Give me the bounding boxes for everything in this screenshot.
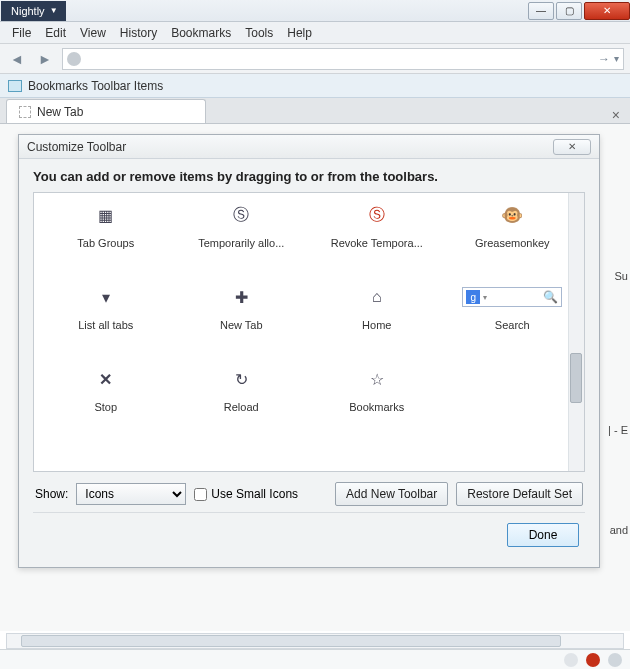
palette-item-label: Bookmarks bbox=[349, 401, 404, 413]
palette-item-label: Search bbox=[495, 319, 530, 331]
tab-label: New Tab bbox=[37, 105, 83, 119]
search-icon[interactable]: 🔍 bbox=[543, 290, 558, 304]
chevron-down-icon: ▼ bbox=[50, 6, 58, 15]
palette-item-label: Reload bbox=[224, 401, 259, 413]
bookmarks-toolbar-icon bbox=[8, 80, 22, 92]
search-box: g▾🔍 bbox=[462, 285, 562, 309]
palette-item[interactable]: ⌂Home bbox=[313, 285, 441, 357]
menu-help[interactable]: Help bbox=[281, 24, 318, 42]
star-icon: ☆ bbox=[370, 367, 384, 391]
noscript-status-icon[interactable] bbox=[586, 653, 600, 667]
forward-button[interactable]: ► bbox=[34, 48, 56, 70]
bookmarks-toolbar: Bookmarks Toolbar Items bbox=[0, 74, 630, 98]
palette-item[interactable]: ⓈRevoke Tempora... bbox=[313, 203, 441, 275]
greasemonkey-icon: 🐵 bbox=[501, 203, 523, 227]
window-controls: — ▢ ✕ bbox=[526, 2, 630, 20]
maximize-button[interactable]: ▢ bbox=[556, 2, 582, 20]
menu-bar: File Edit View History Bookmarks Tools H… bbox=[0, 22, 630, 44]
palette-item[interactable]: ▦Tab Groups bbox=[42, 203, 170, 275]
status-icon[interactable] bbox=[608, 653, 622, 667]
tab-active[interactable]: New Tab bbox=[6, 99, 206, 123]
navigation-toolbar: ◄ ► → ▾ bbox=[0, 44, 630, 74]
page-icon bbox=[19, 106, 31, 118]
noscript-allow-icon: Ⓢ bbox=[233, 203, 249, 227]
url-bar[interactable]: → ▾ bbox=[62, 48, 624, 70]
menu-history[interactable]: History bbox=[114, 24, 163, 42]
dialog-close-button[interactable]: ✕ bbox=[553, 139, 591, 155]
tab-close-button[interactable]: × bbox=[612, 107, 624, 123]
palette-item[interactable]: ▾List all tabs bbox=[42, 285, 170, 357]
side-hint: | - E bbox=[608, 424, 628, 436]
palette-item-label: Home bbox=[362, 319, 391, 331]
palette-item-label: Stop bbox=[94, 401, 117, 413]
menu-file[interactable]: File bbox=[6, 24, 37, 42]
palette-item-label: Temporarily allo... bbox=[198, 237, 284, 249]
palette-item-label: Tab Groups bbox=[77, 237, 134, 249]
go-arrow-icon[interactable]: → bbox=[598, 52, 610, 66]
search-field-widget[interactable]: g▾🔍 bbox=[462, 287, 562, 307]
search-engine-icon[interactable]: g bbox=[466, 290, 480, 304]
small-icons-text: Use Small Icons bbox=[211, 487, 298, 501]
hscroll-thumb[interactable] bbox=[21, 635, 561, 647]
tab-groups-icon: ▦ bbox=[98, 203, 113, 227]
small-icons-checkbox[interactable] bbox=[194, 488, 207, 501]
app-menu-button[interactable]: Nightly ▼ bbox=[1, 1, 66, 21]
new-tab-icon: ✚ bbox=[235, 285, 248, 309]
home-icon: ⌂ bbox=[372, 285, 382, 309]
toolbar-palette: ▦Tab GroupsⓈTemporarily allo...ⓈRevoke T… bbox=[33, 192, 585, 472]
customize-toolbar-dialog: Customize Toolbar ✕ You can add or remov… bbox=[18, 134, 600, 568]
palette-scrollbar[interactable] bbox=[568, 193, 584, 471]
add-new-toolbar-button[interactable]: Add New Toolbar bbox=[335, 482, 448, 506]
palette-item-label: List all tabs bbox=[78, 319, 133, 331]
content-horizontal-scrollbar[interactable] bbox=[6, 633, 624, 649]
bookmarks-toolbar-label: Bookmarks Toolbar Items bbox=[28, 79, 163, 93]
palette-item-label: Greasemonkey bbox=[475, 237, 550, 249]
reload-icon: ↻ bbox=[235, 367, 248, 391]
dialog-options-row: Show: Icons Use Small Icons Add New Tool… bbox=[33, 472, 585, 513]
noscript-revoke-icon: Ⓢ bbox=[369, 203, 385, 227]
menu-bookmarks[interactable]: Bookmarks bbox=[165, 24, 237, 42]
palette-item[interactable]: ✕Stop bbox=[42, 367, 170, 439]
close-button[interactable]: ✕ bbox=[584, 2, 630, 20]
minimize-button[interactable]: — bbox=[528, 2, 554, 20]
app-name: Nightly bbox=[11, 5, 45, 17]
menu-view[interactable]: View bbox=[74, 24, 112, 42]
dialog-title-text: Customize Toolbar bbox=[27, 140, 126, 154]
palette-item-label: Revoke Tempora... bbox=[331, 237, 423, 249]
dialog-instruction: You can add or remove items by dragging … bbox=[33, 169, 585, 184]
dropdown-icon: ▾ bbox=[102, 285, 110, 309]
done-button[interactable]: Done bbox=[507, 523, 579, 547]
window-titlebar: Nightly ▼ — ▢ ✕ bbox=[0, 0, 630, 22]
palette-item-label: New Tab bbox=[220, 319, 263, 331]
palette-item[interactable]: ✚New Tab bbox=[178, 285, 306, 357]
side-hint: Su bbox=[615, 270, 628, 282]
addon-bar bbox=[0, 649, 630, 669]
site-identity-icon[interactable] bbox=[67, 52, 81, 66]
palette-item[interactable]: ☆Bookmarks bbox=[313, 367, 441, 439]
side-hint: and bbox=[610, 524, 628, 536]
palette-item[interactable]: g▾🔍Search bbox=[449, 285, 577, 357]
status-icon[interactable] bbox=[564, 653, 578, 667]
urlbar-dropdown-icon[interactable]: ▾ bbox=[614, 53, 619, 64]
restore-default-set-button[interactable]: Restore Default Set bbox=[456, 482, 583, 506]
tab-strip: New Tab × bbox=[0, 98, 630, 124]
menu-tools[interactable]: Tools bbox=[239, 24, 279, 42]
scrollbar-thumb[interactable] bbox=[570, 353, 582, 403]
show-label: Show: bbox=[35, 487, 68, 501]
content-area: Su | - E and Customize Toolbar ✕ You can… bbox=[0, 124, 630, 631]
stop-icon: ✕ bbox=[99, 367, 112, 391]
palette-item[interactable]: ↻Reload bbox=[178, 367, 306, 439]
palette-item[interactable]: 🐵Greasemonkey bbox=[449, 203, 577, 275]
dialog-titlebar: Customize Toolbar ✕ bbox=[19, 135, 599, 159]
show-mode-select[interactable]: Icons bbox=[76, 483, 186, 505]
palette-item[interactable]: ⓈTemporarily allo... bbox=[178, 203, 306, 275]
menu-edit[interactable]: Edit bbox=[39, 24, 72, 42]
back-button[interactable]: ◄ bbox=[6, 48, 28, 70]
small-icons-checkbox-label[interactable]: Use Small Icons bbox=[194, 487, 298, 501]
